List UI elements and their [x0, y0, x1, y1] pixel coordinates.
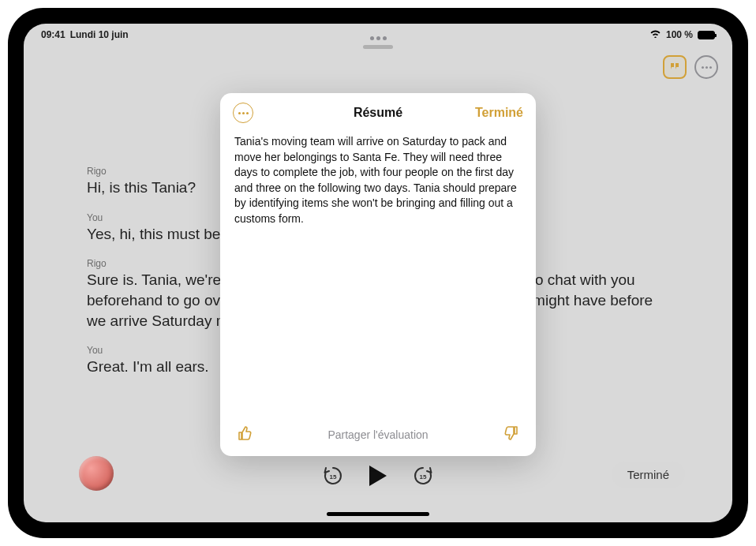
- playback-controls: 15 15: [322, 464, 434, 488]
- play-button[interactable]: [368, 464, 388, 488]
- skip-back-15-icon[interactable]: 15: [322, 465, 344, 487]
- wifi-icon: [649, 29, 661, 40]
- battery-icon: [698, 31, 715, 39]
- svg-text:15: 15: [330, 473, 337, 481]
- done-button-bottom[interactable]: Terminé: [612, 462, 685, 488]
- status-left: 09:41 Lundi 10 juin: [41, 29, 129, 40]
- screen: 09:41 Lundi 10 juin 100 %: [24, 24, 732, 522]
- status-date: Lundi 10 juin: [70, 29, 129, 40]
- modal-header: Résumé Terminé: [220, 93, 536, 128]
- summary-modal: Résumé Terminé Tania's moving team will …: [220, 93, 536, 456]
- skip-forward-15-icon[interactable]: 15: [412, 465, 434, 487]
- modal-done-button[interactable]: Terminé: [475, 106, 523, 120]
- thumbs-down-icon[interactable]: [503, 424, 520, 445]
- summary-text: Tania's moving team will arrive on Satur…: [220, 128, 536, 415]
- modal-title: Résumé: [354, 106, 402, 120]
- battery-percent: 100 %: [666, 29, 693, 40]
- thumbs-up-icon[interactable]: [236, 424, 253, 445]
- top-right-icons: [663, 55, 718, 79]
- share-evaluation-label: Partager l'évaluation: [327, 428, 428, 441]
- svg-text:15: 15: [420, 473, 427, 481]
- status-right: 100 %: [649, 29, 715, 40]
- modal-more-icon[interactable]: [233, 103, 253, 123]
- modal-footer: Partager l'évaluation: [220, 415, 536, 456]
- ipad-frame: 09:41 Lundi 10 juin 100 %: [8, 8, 748, 538]
- status-time: 09:41: [41, 29, 65, 40]
- record-button[interactable]: [79, 456, 114, 491]
- quote-icon[interactable]: [663, 55, 687, 79]
- more-icon[interactable]: [694, 55, 718, 79]
- top-center-controls: [363, 36, 393, 49]
- multitask-icon[interactable]: [363, 36, 393, 40]
- home-indicator[interactable]: [327, 512, 429, 516]
- sheet-grabber[interactable]: [363, 45, 393, 49]
